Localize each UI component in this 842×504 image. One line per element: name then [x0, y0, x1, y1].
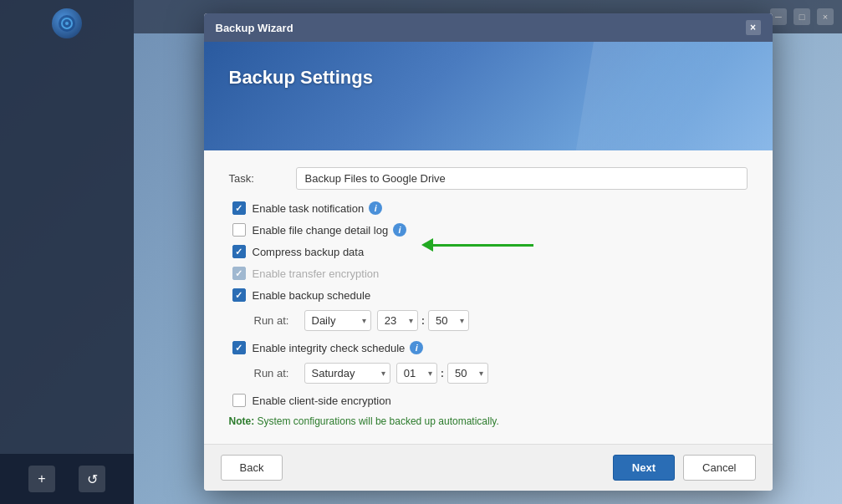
svg-point-2 [65, 22, 69, 25]
compress-backup-label: Compress backup data [253, 246, 365, 258]
modal-titlebar: Backup Wizard × [204, 13, 773, 42]
task-input[interactable] [296, 167, 748, 190]
back-button[interactable]: Back [221, 455, 283, 481]
client-encryption-checkbox[interactable] [232, 394, 246, 407]
cancel-button[interactable]: Cancel [683, 455, 755, 481]
task-notification-row: Enable task notification i [229, 201, 748, 215]
backup-schedule-checkbox[interactable] [232, 288, 246, 302]
arrow-head [421, 238, 433, 252]
backup-frequency-wrapper: Daily Weekly Monthly [304, 310, 371, 331]
transfer-encryption-label: Enable transfer encryption [253, 267, 380, 280]
page-title: Backup Settings [229, 67, 748, 89]
integrity-hour-wrapper: 01 [396, 363, 437, 384]
integrity-hour-select[interactable]: 01 [396, 363, 437, 384]
backup-schedule-row: Enable backup schedule [229, 288, 748, 302]
integrity-day-wrapper: Saturday Sunday Monday Tuesday Wednesday… [304, 363, 390, 384]
file-change-log-row: Enable file change detail log i [229, 223, 748, 237]
note-prefix: Note: [229, 415, 255, 427]
taskbar-bottom: + ↺ [0, 454, 134, 504]
backup-schedule-time-row: Run at: Daily Weekly Monthly 23 [229, 310, 748, 331]
transfer-encryption-checkbox[interactable] [232, 267, 246, 280]
task-notification-info-icon[interactable]: i [369, 201, 382, 215]
note-text: Note: System configurations will be back… [229, 415, 748, 427]
backup-run-at-label: Run at: [254, 314, 304, 327]
integrity-minute-select[interactable]: 50 [447, 363, 488, 384]
task-row: Task: [229, 167, 748, 190]
integrity-run-at-label: Run at: [254, 367, 304, 379]
client-encryption-row: Enable client-side encryption [229, 394, 748, 407]
backup-frequency-select[interactable]: Daily Weekly Monthly [304, 310, 371, 331]
file-change-log-info-icon[interactable]: i [393, 223, 406, 237]
backup-schedule-label: Enable backup schedule [253, 289, 371, 302]
modal-overlay: Backup Wizard × Backup Settings Task: En… [134, 0, 842, 504]
backup-hour-select[interactable]: 23 [377, 310, 418, 331]
integrity-day-select[interactable]: Saturday Sunday Monday Tuesday Wednesday… [304, 363, 390, 384]
file-change-log-checkbox[interactable] [232, 223, 246, 237]
task-notification-checkbox[interactable] [232, 201, 246, 215]
footer-right-buttons: Next Cancel [613, 455, 756, 481]
transfer-encryption-row: Enable transfer encryption [229, 267, 748, 280]
modal-header: Backup Settings [204, 42, 773, 150]
client-encryption-label: Enable client-side encryption [253, 395, 391, 407]
modal-close-button[interactable]: × [746, 20, 761, 35]
compress-backup-row: Compress backup data [229, 245, 748, 258]
integrity-schedule-time-row: Run at: Saturday Sunday Monday Tuesday W… [229, 363, 748, 384]
note-body: System configurations will be backed up … [254, 415, 499, 427]
integrity-check-row: Enable integrity check schedule i [229, 341, 748, 354]
integrity-check-info-icon[interactable]: i [410, 341, 423, 354]
modal-body: Task: Enable task notification i Enable … [204, 150, 773, 444]
time-separator-1: : [421, 314, 425, 327]
file-change-log-label: Enable file change detail log [253, 224, 389, 237]
integrity-check-label: Enable integrity check schedule [253, 342, 406, 354]
backup-minute-wrapper: 50 [428, 310, 469, 331]
add-button[interactable]: + [28, 466, 55, 492]
next-button[interactable]: Next [613, 455, 675, 481]
history-button[interactable]: ↺ [79, 466, 105, 492]
integrity-check-checkbox[interactable] [232, 341, 246, 354]
modal-title: Backup Wizard [216, 22, 293, 34]
arrow-annotation [421, 238, 533, 252]
time-separator-2: : [441, 367, 444, 379]
backup-hour-wrapper: 23 [377, 310, 418, 331]
desktop: + ↺ ─ □ × Backup Wizard × Backup Setting… [0, 0, 842, 504]
backup-minute-select[interactable]: 50 [428, 310, 469, 331]
task-notification-label: Enable task notification [253, 202, 365, 215]
task-label: Task: [229, 172, 296, 185]
backup-wizard-dialog: Backup Wizard × Backup Settings Task: En… [204, 13, 773, 491]
integrity-minute-wrapper: 50 [447, 363, 488, 384]
compress-backup-checkbox[interactable] [232, 245, 246, 258]
app-icon [52, 8, 82, 38]
modal-footer: Back Next Cancel [204, 444, 773, 491]
taskbar: + ↺ [0, 0, 134, 504]
arrow-line [433, 244, 533, 247]
